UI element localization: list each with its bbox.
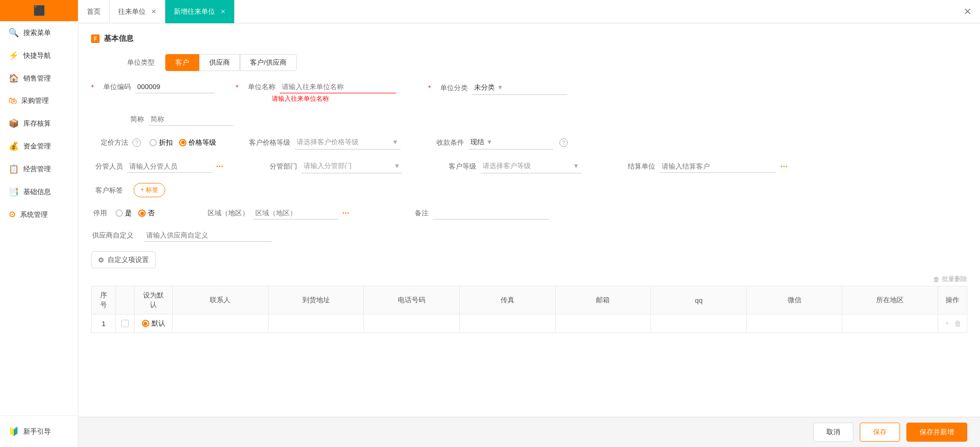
- wechat-input[interactable]: [752, 320, 837, 328]
- tab-new-partner[interactable]: 新增往来单位 ✕: [165, 0, 235, 23]
- unit-type-customer[interactable]: 客户: [165, 54, 199, 71]
- sidebar-item-search[interactable]: 🔍 搜索菜单: [0, 21, 78, 44]
- disabled-no-option[interactable]: 否: [138, 208, 155, 218]
- disabled-label: 停用: [91, 208, 107, 218]
- required-star-cat: *: [428, 84, 431, 92]
- default-radio-label: 默认: [152, 319, 165, 328]
- disabled-yes-option[interactable]: 是: [115, 208, 132, 218]
- sidebar-label-guide: 新手引导: [23, 427, 51, 436]
- delete-row-icon[interactable]: 🗑: [954, 319, 961, 328]
- add-tag-label: + 标签: [140, 186, 158, 195]
- department-select[interactable]: 请输入分管部门 ▼: [301, 159, 402, 173]
- save-new-button[interactable]: 保存并新增: [906, 423, 967, 442]
- cancel-button[interactable]: 取消: [813, 423, 853, 442]
- pricing-discount-option[interactable]: 折扣: [149, 138, 173, 147]
- sidebar-item-guide[interactable]: 🔰 新手引导: [0, 420, 78, 443]
- cell-phone[interactable]: [364, 314, 460, 333]
- tab-bar: 首页 往来单位 ✕ 新增往来单位 ✕ ✕: [78, 0, 980, 23]
- pricing-level-option[interactable]: 价格等级: [179, 138, 216, 147]
- unit-type-supplier[interactable]: 供应商: [199, 54, 240, 71]
- col-email: 邮箱: [555, 286, 651, 314]
- fax-input[interactable]: [465, 320, 550, 328]
- unit-category-arrow: ▼: [497, 84, 503, 91]
- default-radio-item[interactable]: 默认: [142, 319, 165, 328]
- cell-email[interactable]: [555, 314, 651, 333]
- sidebar-label-system: 系统管理: [20, 210, 48, 220]
- short-name-row: 简称: [123, 113, 967, 126]
- manager-field: 分管人员 ···: [91, 160, 223, 173]
- short-name-input[interactable]: [148, 113, 233, 126]
- row-actions: ＋ 🗑: [943, 319, 961, 328]
- unit-category-select[interactable]: 未分类 ▼: [472, 81, 567, 95]
- pricing-help-icon[interactable]: ?: [132, 138, 141, 147]
- unit-name-input[interactable]: [280, 81, 396, 93]
- col-contact: 联系人: [173, 286, 269, 314]
- basic-info-icon: 📑: [8, 187, 19, 197]
- unit-category-value: 未分类: [474, 83, 495, 92]
- add-row-icon[interactable]: ＋: [943, 319, 951, 328]
- cell-checkbox[interactable]: [116, 314, 135, 333]
- payment-terms-select[interactable]: 现结 ▼: [468, 135, 553, 150]
- region-input[interactable]: [253, 207, 338, 220]
- cell-qq[interactable]: [651, 314, 747, 333]
- window-close-button[interactable]: ✕: [955, 6, 980, 17]
- tab-home[interactable]: 首页: [78, 0, 110, 23]
- customer-price-level-placeholder: 请选择客户价格等级: [297, 137, 390, 147]
- sidebar-label-quick-nav: 快捷导航: [23, 51, 51, 60]
- tab-new-partner-close[interactable]: ✕: [220, 8, 226, 15]
- region-more-btn[interactable]: ···: [342, 208, 349, 218]
- supplier-custom-input[interactable]: [144, 229, 271, 242]
- save-button[interactable]: 保存: [860, 423, 900, 442]
- settlement-unit-more-btn[interactable]: ···: [780, 162, 787, 171]
- customer-price-level-select[interactable]: 请选择客户价格等级 ▼: [295, 135, 400, 150]
- cell-contact[interactable]: [173, 314, 269, 333]
- row-checkbox[interactable]: [121, 320, 129, 327]
- cell-address[interactable]: [268, 314, 364, 333]
- cell-fax[interactable]: [459, 314, 555, 333]
- cell-wechat[interactable]: [746, 314, 842, 333]
- unit-type-both[interactable]: 客户/供应商: [240, 54, 297, 71]
- disabled-no-label: 否: [148, 208, 155, 218]
- col-default: 设为默认: [135, 286, 173, 314]
- manager-input[interactable]: [127, 160, 212, 173]
- settlement-unit-input[interactable]: [660, 160, 776, 173]
- table-row: 1 默认: [92, 314, 967, 333]
- cell-ops: ＋ 🗑: [938, 314, 967, 333]
- remark-input[interactable]: [433, 207, 549, 220]
- address-input[interactable]: [274, 320, 359, 328]
- pricing-level-label: 价格等级: [189, 138, 216, 147]
- customer-level-arrow: ▼: [573, 162, 579, 170]
- email-input[interactable]: [561, 320, 646, 328]
- sidebar-item-sales[interactable]: 🏠 销售管理: [0, 67, 78, 90]
- batch-delete-label[interactable]: 批量删除: [942, 275, 967, 284]
- customer-tag-label: 客户标签: [91, 186, 123, 195]
- guide-icon: 🔰: [8, 426, 19, 436]
- unit-code-input[interactable]: [135, 81, 215, 93]
- sidebar-item-operations[interactable]: 📋 经营管理: [0, 157, 78, 180]
- sidebar-item-system[interactable]: ⚙ 系统管理: [0, 203, 78, 226]
- table-region-input[interactable]: [848, 320, 932, 328]
- tab-partners[interactable]: 往来单位 ✕: [110, 0, 165, 23]
- col-address: 到货地址: [268, 286, 364, 314]
- sidebar: ⬛ 🔍 搜索菜单 ⚡ 快捷导航 🏠 销售管理 🛍 采购管理 📦 库存核算 💰 资…: [0, 0, 78, 447]
- payment-terms-value: 现结: [470, 137, 484, 147]
- sidebar-label-inventory: 库存核算: [23, 119, 51, 128]
- add-tag-button[interactable]: + 标签: [133, 183, 165, 197]
- payment-help-icon[interactable]: ?: [559, 138, 568, 147]
- sidebar-item-finance[interactable]: 💰 资金管理: [0, 135, 78, 157]
- remark-label: 备注: [413, 208, 429, 218]
- cell-table-region[interactable]: [842, 314, 938, 333]
- sidebar-item-inventory[interactable]: 📦 库存核算: [0, 112, 78, 135]
- tab-partners-close[interactable]: ✕: [151, 8, 156, 15]
- unit-name-label: 单位名称: [244, 82, 275, 92]
- qq-input[interactable]: [656, 320, 741, 328]
- sidebar-item-basic-info[interactable]: 📑 基础信息: [0, 180, 78, 203]
- customer-level-select[interactable]: 请选择客户等级 ▼: [480, 159, 581, 173]
- sidebar-item-quick-nav[interactable]: ⚡ 快捷导航: [0, 44, 78, 67]
- contact-input[interactable]: [178, 320, 263, 328]
- sidebar-item-purchase[interactable]: 🛍 采购管理: [0, 90, 78, 112]
- custom-settings-button[interactable]: ⚙ 自定义项设置: [91, 251, 156, 268]
- unit-name-error: 请输入往来单位名称: [272, 94, 396, 103]
- phone-input[interactable]: [369, 320, 454, 328]
- manager-more-btn[interactable]: ···: [216, 162, 223, 171]
